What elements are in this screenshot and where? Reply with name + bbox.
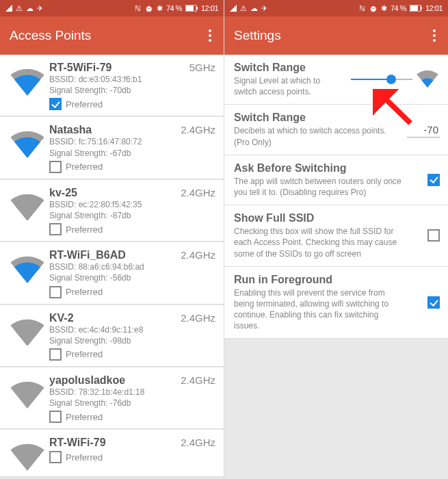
ap-name: yapolusladkoe bbox=[49, 374, 125, 387]
setting-title: Show Full SSID bbox=[234, 212, 406, 224]
preferred-label: Preferred bbox=[66, 287, 103, 297]
ap-name: KV-2 bbox=[49, 312, 74, 324]
setting-checkbox[interactable] bbox=[427, 296, 440, 309]
signal-icon bbox=[5, 5, 12, 12]
ap-signal: Signal Strength: -67db bbox=[49, 148, 215, 159]
access-point-item[interactable]: kv-25 2.4GHz BSSID: ec:22:80:f5:42:35 Si… bbox=[0, 180, 224, 242]
setting-checkbox[interactable] bbox=[427, 229, 440, 242]
setting-item[interactable]: Run in Foreground Enabling this will pre… bbox=[224, 267, 448, 339]
access-point-list: RT-5WiFi-79 5GHz BSSID: dc:e3:05:43:f6:b… bbox=[0, 55, 224, 477]
setting-title: Run in Foreground bbox=[234, 274, 406, 286]
ap-signal: Signal Strength: -98db bbox=[49, 335, 215, 346]
wifi-level-icon bbox=[415, 68, 440, 90]
alarm-icon: ⏰ bbox=[369, 4, 378, 13]
wifi-icon bbox=[8, 253, 47, 283]
battery-percent: 74 % bbox=[166, 4, 182, 12]
access-point-item[interactable]: yapolusladkoe 2.4GHz BSSID: 78:32:1b:4e:… bbox=[0, 367, 224, 429]
page-title: Access Points bbox=[10, 28, 91, 43]
setting-title: Ask Before Switching bbox=[234, 162, 406, 174]
svg-marker-0 bbox=[5, 5, 12, 12]
preferred-checkbox[interactable] bbox=[49, 98, 62, 110]
wifi-icon bbox=[8, 128, 47, 158]
access-point-item[interactable]: RT-WiFi_B6AD 2.4GHz BSSID: 88:a6:c6:94:b… bbox=[0, 242, 224, 304]
ap-name: RT-WiFi_B6AD bbox=[49, 249, 126, 261]
svg-rect-7 bbox=[421, 7, 422, 10]
ap-bssid: BSSID: ec:22:80:f5:42:35 bbox=[49, 199, 215, 210]
bluetooth-icon: ✱ bbox=[381, 4, 387, 13]
cloud-icon: ☁ bbox=[26, 4, 34, 13]
setting-item[interactable]: Switch Range Decibels at which to switch… bbox=[224, 105, 448, 155]
setting-item[interactable]: Ask Before Switching The app will switch… bbox=[224, 155, 448, 205]
wifi-warn-icon: ⚠ bbox=[240, 4, 247, 13]
ap-signal: Signal Strength: -76db bbox=[49, 398, 215, 409]
ap-name: RT-5WiFi-79 bbox=[49, 62, 111, 74]
preferred-label: Preferred bbox=[66, 412, 103, 422]
battery-percent: 74 % bbox=[391, 4, 406, 12]
access-point-item[interactable]: Natasha 2.4GHz BSSID: fc:75:16:47:80:72 … bbox=[0, 117, 224, 179]
status-bar: ⚠ ☁ ✈ ℕ ⏰ ✱ 74 % 12:01 bbox=[0, 0, 224, 16]
setting-item[interactable]: Switch Range Signal Level at which to sw… bbox=[224, 55, 448, 105]
preferred-label: Preferred bbox=[66, 99, 103, 109]
nfc-icon: ℕ bbox=[135, 4, 141, 13]
ap-signal: Signal Strength: -87db bbox=[49, 210, 215, 221]
battery-icon bbox=[410, 5, 422, 12]
app-bar: Access Points bbox=[0, 16, 224, 55]
setting-checkbox[interactable] bbox=[427, 174, 440, 186]
alarm-icon: ⏰ bbox=[144, 4, 154, 13]
ap-name: RT-WiFi-79 bbox=[49, 437, 106, 449]
ap-band: 2.4GHz bbox=[181, 437, 215, 448]
ap-band: 2.4GHz bbox=[181, 249, 215, 261]
setting-desc: Enabling this will prevent the service f… bbox=[234, 287, 406, 332]
preferred-checkbox[interactable] bbox=[49, 161, 62, 173]
screen-settings: ⚠ ☁ ✈ ℕ ⏰ ✱ 74 % 12:01 Settings Switch R… bbox=[224, 0, 448, 479]
svg-marker-4 bbox=[230, 5, 237, 12]
access-point-item[interactable]: RT-WiFi-79 2.4GHz Preferred bbox=[0, 430, 224, 477]
app-bar: Settings bbox=[224, 16, 448, 55]
overflow-menu-button[interactable] bbox=[206, 24, 214, 47]
setting-item[interactable]: Show Full SSID Checking this box will sh… bbox=[224, 205, 448, 267]
plane-icon: ✈ bbox=[261, 4, 267, 13]
ap-name: kv-25 bbox=[49, 187, 77, 199]
overflow-menu-button[interactable] bbox=[430, 24, 438, 47]
wifi-icon bbox=[8, 316, 47, 346]
ap-bssid: BSSID: 78:32:1b:4e:d1:18 bbox=[49, 387, 215, 398]
svg-rect-3 bbox=[196, 7, 198, 10]
bluetooth-icon: ✱ bbox=[157, 4, 163, 13]
setting-title: Switch Range bbox=[234, 62, 344, 74]
setting-desc: Checking this box will show the full SSI… bbox=[234, 226, 406, 259]
clock: 12:01 bbox=[425, 4, 443, 12]
wifi-icon bbox=[8, 191, 47, 221]
preferred-checkbox[interactable] bbox=[49, 348, 62, 361]
page-title: Settings bbox=[234, 28, 281, 43]
battery-icon bbox=[185, 5, 198, 12]
setting-desc: Decibels at which to switch access point… bbox=[234, 125, 400, 147]
svg-rect-2 bbox=[186, 5, 194, 11]
wifi-icon bbox=[8, 441, 47, 471]
signal-icon bbox=[230, 5, 237, 12]
ap-band: 2.4GHz bbox=[181, 374, 215, 386]
clock: 12:01 bbox=[201, 4, 218, 12]
preferred-checkbox[interactable] bbox=[49, 223, 62, 235]
ap-name: Natasha bbox=[49, 124, 92, 136]
preferred-label: Preferred bbox=[66, 349, 103, 359]
ap-band: 2.4GHz bbox=[181, 312, 215, 324]
preferred-checkbox[interactable] bbox=[49, 411, 62, 423]
access-point-item[interactable]: KV-2 2.4GHz BSSID: ec:4c:4d:9c:11:e8 Sig… bbox=[0, 305, 224, 367]
wifi-warn-icon: ⚠ bbox=[16, 4, 23, 13]
ap-bssid: BSSID: ec:4c:4d:9c:11:e8 bbox=[49, 324, 215, 335]
ap-bssid: BSSID: dc:e3:05:43:f6:b1 bbox=[49, 74, 215, 85]
ap-bssid: BSSID: 88:a6:c6:94:b6:ad bbox=[49, 261, 215, 272]
access-point-item[interactable]: RT-5WiFi-79 5GHz BSSID: dc:e3:05:43:f6:b… bbox=[0, 55, 224, 116]
ap-signal: Signal Strength: -70db bbox=[49, 85, 215, 96]
setting-desc: The app will switch between routers only… bbox=[234, 176, 406, 198]
setting-desc: Signal Level at which to switch access p… bbox=[234, 75, 344, 97]
preferred-label: Preferred bbox=[66, 224, 103, 235]
ap-band: 2.4GHz bbox=[181, 124, 215, 135]
switch-range-slider[interactable] bbox=[351, 71, 412, 88]
preferred-label: Preferred bbox=[66, 161, 103, 172]
switch-range-input[interactable] bbox=[407, 122, 440, 138]
preferred-checkbox[interactable] bbox=[49, 286, 62, 298]
plane-icon: ✈ bbox=[37, 4, 43, 13]
preferred-checkbox[interactable] bbox=[49, 451, 62, 463]
ap-signal: Signal Strength: -56db bbox=[49, 272, 215, 283]
